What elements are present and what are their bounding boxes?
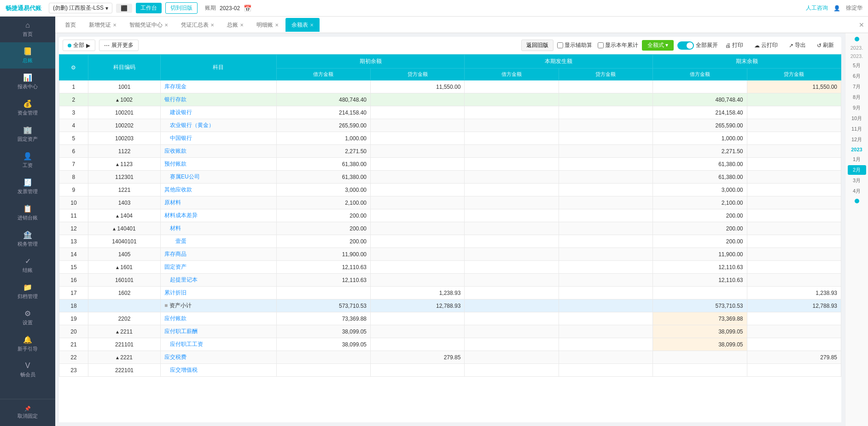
return-old-btn[interactable]: 返回旧版 bbox=[521, 40, 553, 51]
subject-link[interactable]: 应付职工工资 bbox=[170, 341, 203, 347]
sidebar-item-general-ledger[interactable]: 📒 总账 bbox=[0, 42, 55, 69]
tab-detail-close[interactable]: ✕ bbox=[275, 23, 279, 28]
row-subject[interactable]: 壹蛋 bbox=[161, 235, 277, 248]
row-subject[interactable]: 应收账款 bbox=[161, 145, 277, 158]
tab-smart-verify-close[interactable]: ✕ bbox=[164, 23, 168, 28]
sidebar-item-vip[interactable]: V 畅会员 bbox=[0, 357, 55, 383]
settings-icon[interactable]: ⚙ bbox=[71, 64, 76, 71]
row-subject[interactable]: 预付账款 bbox=[161, 158, 277, 171]
row-subject[interactable]: 应付账款 bbox=[161, 312, 277, 325]
row-subject[interactable]: 固定资产 bbox=[161, 261, 277, 274]
row-subject[interactable]: 银行存款 bbox=[161, 93, 277, 106]
subject-link[interactable]: 银行存款 bbox=[164, 96, 186, 103]
show-aux-checkbox[interactable]: 显示辅助算 bbox=[557, 41, 592, 49]
support-label[interactable]: 人工咨询 bbox=[806, 4, 828, 12]
sidebar-item-tax[interactable]: 🏦 税务管理 bbox=[0, 226, 55, 252]
calendar-icon[interactable]: 📅 bbox=[244, 5, 251, 12]
row-subject[interactable]: 中国银行 bbox=[161, 132, 277, 145]
sidebar-item-guide[interactable]: 🔔 新手引导 bbox=[0, 331, 55, 357]
row-subject[interactable]: 建设银行 bbox=[161, 106, 277, 119]
row-subject[interactable]: 应交税费 bbox=[161, 351, 277, 364]
show-year-checkbox[interactable]: 显示本年累计 bbox=[598, 41, 638, 49]
month-7[interactable]: 7月 bbox=[848, 82, 866, 92]
row-subject[interactable]: ■ 资产小计 bbox=[161, 299, 277, 312]
sidebar-item-settings[interactable]: ⚙ 设置 bbox=[0, 305, 55, 331]
aux-input[interactable] bbox=[557, 42, 563, 48]
workbench-btn[interactable]: 工作台 bbox=[136, 3, 162, 13]
row-subject[interactable]: 累计折旧 bbox=[161, 287, 277, 299]
subject-link[interactable]: 应付账款 bbox=[164, 315, 186, 322]
subject-link[interactable]: 原材料 bbox=[164, 199, 181, 206]
tab-smart-verify[interactable]: 智能凭证中心 ✕ bbox=[123, 18, 174, 32]
row-subject[interactable]: 库存商品 bbox=[161, 248, 277, 261]
subject-link[interactable]: 应收账款 bbox=[164, 148, 186, 154]
full-mode-btn[interactable]: 全额式 ▾ bbox=[642, 40, 674, 51]
export-btn[interactable]: ↗ 导出 bbox=[785, 40, 810, 51]
company-selector[interactable]: (勿删) 江西股圣-LSS ▾ bbox=[49, 3, 112, 13]
user-avatar[interactable]: 👤 bbox=[833, 5, 840, 12]
sidebar-item-home[interactable]: ⌂ 首页 bbox=[0, 17, 55, 42]
tab-balance[interactable]: 余额表 ✕ bbox=[285, 18, 320, 32]
window-close-btn[interactable]: ✕ bbox=[859, 21, 864, 29]
row-subject[interactable]: 赛属EU公司 bbox=[161, 171, 277, 184]
month-4[interactable]: 4月 bbox=[848, 186, 866, 196]
sidebar-item-payroll[interactable]: 👤 工资 bbox=[0, 147, 55, 173]
subject-link[interactable]: 壹蛋 bbox=[175, 238, 186, 244]
subject-link[interactable]: 预付账款 bbox=[164, 161, 186, 167]
row-subject[interactable]: 应付职工薪酬 bbox=[161, 325, 277, 338]
row-subject[interactable]: 应付职工工资 bbox=[161, 338, 277, 351]
switch-version-btn[interactable]: 切到旧版 bbox=[165, 2, 198, 14]
tab-voucher-summary[interactable]: 凭证汇总表 ✕ bbox=[175, 18, 220, 32]
col-settings[interactable]: ⚙ bbox=[59, 55, 88, 81]
month-3[interactable]: 3月 bbox=[848, 176, 866, 185]
month-2[interactable]: 2月 bbox=[848, 165, 866, 175]
row-subject[interactable]: 原材料 bbox=[161, 196, 277, 209]
month-5[interactable]: 5月 bbox=[848, 61, 866, 70]
row-subject[interactable]: 其他应收款 bbox=[161, 184, 277, 196]
cloud-print-btn[interactable]: ☁ 云打印 bbox=[751, 40, 781, 51]
sidebar-item-archive[interactable]: 📁 归档管理 bbox=[0, 278, 55, 305]
row-subject[interactable]: 应交增值税 bbox=[161, 364, 277, 377]
row-subject[interactable]: 材料 bbox=[161, 222, 277, 235]
month-1[interactable]: 1月 bbox=[848, 155, 866, 164]
sidebar-item-purchase[interactable]: 📋 进销台账 bbox=[0, 200, 55, 226]
expand-all-toggle[interactable]: 全部展开 bbox=[677, 41, 718, 50]
subject-link[interactable]: 材料 bbox=[170, 225, 181, 231]
subject-link[interactable]: 建设银行 bbox=[170, 109, 192, 115]
subject-link[interactable]: 累计折旧 bbox=[164, 289, 186, 296]
row-subject[interactable]: 材料成本差异 bbox=[161, 209, 277, 222]
subject-link[interactable]: 应交增值税 bbox=[170, 367, 198, 373]
subject-link[interactable]: 库存商品 bbox=[164, 251, 186, 257]
sidebar-item-fixed-assets[interactable]: 🏢 固定资产 bbox=[0, 121, 55, 147]
subject-link[interactable]: 农业银行（黄金） bbox=[170, 122, 214, 128]
expand-more-btn[interactable]: ⋯ 展开更多 bbox=[99, 40, 139, 51]
row-subject[interactable]: 农业银行（黄金） bbox=[161, 119, 277, 132]
subject-link[interactable]: 固定资产 bbox=[164, 264, 186, 270]
tab-home[interactable]: 首页 bbox=[59, 18, 82, 32]
month-10[interactable]: 10月 bbox=[848, 114, 866, 123]
sidebar-item-invoice[interactable]: 🧾 发票管理 bbox=[0, 173, 55, 200]
toggle-switch-control[interactable] bbox=[677, 41, 694, 50]
subject-link[interactable]: 库存现金 bbox=[164, 83, 186, 90]
tab-balance-close[interactable]: ✕ bbox=[310, 23, 314, 28]
subject-link[interactable]: 材料成本差异 bbox=[164, 212, 198, 219]
subject-link[interactable]: 应付职工薪酬 bbox=[164, 328, 198, 334]
row-subject[interactable]: 库存现金 bbox=[161, 81, 277, 93]
subject-link[interactable]: 其他应收款 bbox=[164, 186, 192, 193]
year-input[interactable] bbox=[598, 42, 604, 48]
copy-btn[interactable]: ⬛ bbox=[116, 4, 132, 13]
row-subject[interactable]: 起提里记本 bbox=[161, 274, 277, 287]
month-9[interactable]: 9月 bbox=[848, 103, 866, 113]
print-btn[interactable]: 🖨 打印 bbox=[722, 40, 747, 51]
subject-link[interactable]: 赛属EU公司 bbox=[170, 173, 200, 180]
subject-link[interactable]: 中国银行 bbox=[170, 135, 192, 141]
sidebar-item-checkout[interactable]: ✓ 结账 bbox=[0, 252, 55, 278]
tab-add-voucher[interactable]: 新增凭证 ✕ bbox=[83, 18, 122, 32]
tab-ledger[interactable]: 总账 ✕ bbox=[221, 18, 250, 32]
month-8[interactable]: 8月 bbox=[848, 92, 866, 102]
month-12[interactable]: 12月 bbox=[848, 135, 866, 144]
month-6[interactable]: 6月 bbox=[848, 71, 866, 81]
subject-link[interactable]: 应交税费 bbox=[164, 354, 186, 360]
tab-ledger-close[interactable]: ✕ bbox=[240, 23, 244, 28]
tab-add-voucher-close[interactable]: ✕ bbox=[113, 23, 117, 28]
